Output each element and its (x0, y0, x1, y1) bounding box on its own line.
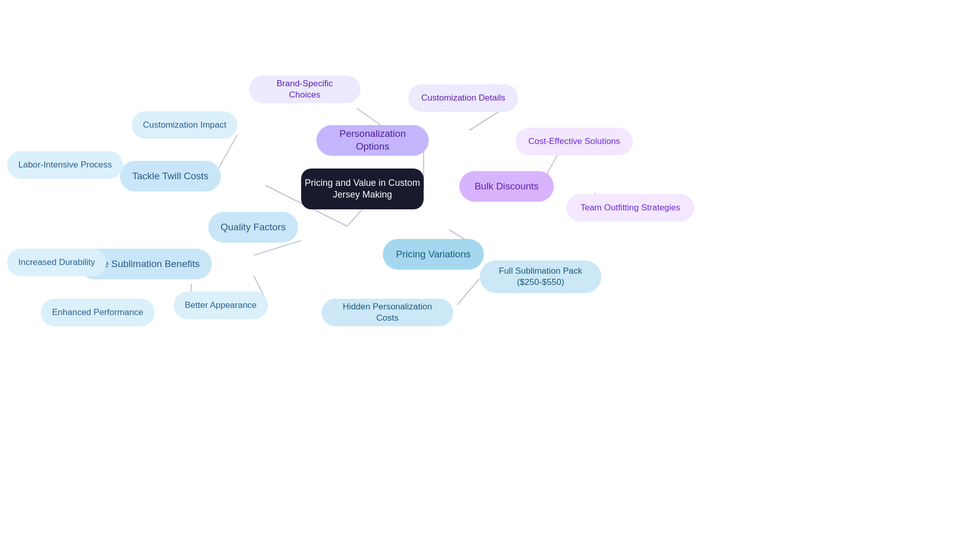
better-appearance-node: Better Appearance (174, 292, 268, 319)
enhanced-performance-node: Enhanced Performance (41, 299, 155, 326)
customization-impact-node: Customization Impact (132, 111, 237, 139)
full-sublimation-pack-node: Full Sublimation Pack ($250-$550) (480, 260, 601, 293)
svg-line-0 (347, 209, 362, 226)
center-node: Pricing and Value in Custom Jersey Makin… (301, 169, 424, 209)
svg-line-4 (254, 241, 301, 255)
customization-details-node: Customization Details (408, 84, 518, 112)
svg-line-2 (217, 135, 237, 171)
cost-effective-solutions-node: Cost-Effective Solutions (516, 128, 633, 155)
svg-line-16 (457, 279, 479, 305)
tackle-twill-costs-node: Tackle Twill Costs (120, 161, 221, 191)
team-outfitting-strategies-node: Team Outfitting Strategies (567, 194, 694, 222)
hidden-personalization-costs-node: Hidden Personalization Costs (322, 299, 453, 326)
bulk-discounts-node: Bulk Discounts (459, 171, 554, 202)
brand-specific-choices-node: Brand-Specific Choices (249, 76, 360, 103)
personalization-options-node: Personalization Options (316, 125, 429, 156)
pricing-variations-node: Pricing Variations (383, 239, 484, 270)
increased-durability-node: Increased Durability (7, 249, 106, 276)
quality-factors-node: Quality Factors (208, 212, 298, 243)
labor-intensive-process-node: Labor-Intensive Process (7, 151, 123, 179)
